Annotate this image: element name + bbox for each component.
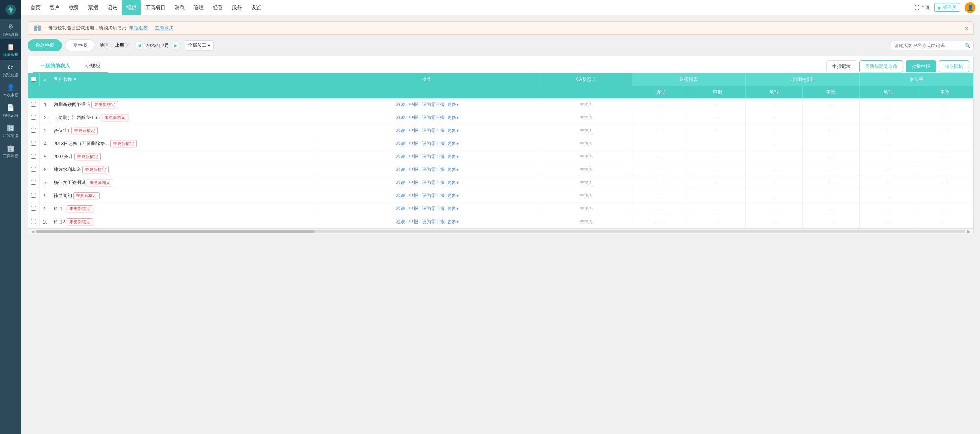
op-declare-7[interactable]: 申报 <box>408 193 419 199</box>
op-zero-9[interactable]: 设为零申报 <box>421 219 446 225</box>
op-declare-2[interactable]: 申报 <box>408 127 419 134</box>
op-taxform-0[interactable]: 税表 <box>395 101 407 108</box>
retrieve-btn[interactable]: 收取回执 <box>939 60 969 72</box>
banner-link-buy[interactable]: 立即购买 <box>155 25 173 31</box>
header-name[interactable]: 客户名称 ▼ <box>51 73 313 86</box>
row-check-8[interactable] <box>31 206 36 211</box>
op-taxform-1[interactable]: 税表 <box>395 114 407 121</box>
row-checkbox-6[interactable] <box>28 176 39 189</box>
row-checkbox-2[interactable] <box>28 124 39 137</box>
op-zero-5[interactable]: 设为零申报 <box>421 166 446 173</box>
op-taxform-7[interactable]: 税表 <box>395 193 407 199</box>
nav-tax[interactable]: 报税 <box>122 0 141 15</box>
user-avatar[interactable]: 👤 <box>965 2 975 13</box>
op-declare-4[interactable]: 申报 <box>408 153 419 160</box>
nav-invoice[interactable]: 票据 <box>83 0 103 15</box>
op-declare-1[interactable]: 申报 <box>408 114 419 121</box>
op-more-8[interactable]: 更多▾ <box>447 206 459 211</box>
select-all-checkbox[interactable] <box>31 77 36 82</box>
op-more-0[interactable]: 更多▾ <box>447 102 459 107</box>
record-btn[interactable]: 申报记录 <box>826 60 856 72</box>
scroll-right-arrow[interactable]: ▶ <box>967 229 970 234</box>
op-taxform-6[interactable]: 税表 <box>395 179 407 186</box>
scroll-thumb[interactable] <box>36 230 315 233</box>
upgrade-btn[interactable]: ▶ 畅会员 <box>934 3 960 12</box>
row-check-0[interactable] <box>31 102 36 107</box>
header-name-sort-icon[interactable]: ▼ <box>73 77 77 82</box>
op-taxform-4[interactable]: 税表 <box>395 153 407 160</box>
row-check-2[interactable] <box>31 128 36 133</box>
row-check-5[interactable] <box>31 167 36 172</box>
nav-services[interactable]: 服务 <box>227 0 247 15</box>
nav-messages[interactable]: 消息 <box>170 0 189 15</box>
op-more-4[interactable]: 更多▾ <box>447 154 459 159</box>
row-checkbox-8[interactable] <box>28 202 39 215</box>
op-zero-2[interactable]: 设为零申报 <box>421 127 446 134</box>
op-more-1[interactable]: 更多▾ <box>447 115 459 120</box>
op-more-6[interactable]: 更多▾ <box>447 180 459 185</box>
subtab-general[interactable]: 一般的纳税人 <box>33 59 78 73</box>
nav-management[interactable]: 管理 <box>189 0 208 15</box>
row-checkbox-3[interactable] <box>28 137 39 150</box>
row-checkbox-9[interactable] <box>28 215 39 228</box>
op-zero-4[interactable]: 设为零申报 <box>421 153 446 160</box>
nav-billing[interactable]: 收费 <box>64 0 83 15</box>
nav-business[interactable]: 工商项目 <box>141 0 170 15</box>
op-zero-6[interactable]: 设为零申报 <box>421 179 446 186</box>
sidebar-item-calc-clear[interactable]: 🔢 汇算清缴 <box>0 121 21 141</box>
row-check-4[interactable] <box>31 154 36 159</box>
nav-clients[interactable]: 客户 <box>45 0 64 15</box>
row-check-9[interactable] <box>31 219 36 224</box>
nav-home[interactable]: 首页 <box>26 0 45 15</box>
sidebar-item-tax-overview[interactable]: 🗂 报税总览 <box>0 60 21 80</box>
search-icon[interactable]: 🔍 <box>965 43 970 48</box>
batch-btn[interactable]: 批量申报 <box>906 60 936 72</box>
search-input[interactable] <box>894 43 963 48</box>
row-check-3[interactable] <box>31 141 36 146</box>
op-declare-8[interactable]: 申报 <box>408 206 419 212</box>
sidebar-item-tax-settings[interactable]: ⚙ 报税设置 <box>0 19 21 39</box>
op-more-7[interactable]: 更多▾ <box>447 193 459 198</box>
banner-link-declare[interactable]: 申报汇签 <box>129 25 148 31</box>
row-check-7[interactable] <box>31 193 36 198</box>
update-btn[interactable]: 更新税定及取数 <box>859 60 903 72</box>
op-more-2[interactable]: 更多▾ <box>447 128 459 133</box>
row-checkbox-1[interactable] <box>28 111 39 124</box>
op-declare-5[interactable]: 申报 <box>408 166 419 173</box>
dept-selector[interactable]: 全部员工 ▾ <box>185 40 214 51</box>
fullscreen-btn[interactable]: ⛶ 全屏 <box>915 4 930 11</box>
date-next-btn[interactable]: ▶ <box>172 41 180 50</box>
op-taxform-3[interactable]: 税表 <box>395 140 407 147</box>
ca-status-icon[interactable]: ⓘ <box>593 77 596 82</box>
op-more-5[interactable]: 更多▾ <box>447 167 459 172</box>
sidebar-item-business-report[interactable]: 🏢 工商年报 <box>0 141 21 161</box>
op-declare-0[interactable]: 申报 <box>408 101 419 108</box>
region-info-icon[interactable]: ⓘ <box>126 42 130 49</box>
sidebar-item-personal-tax[interactable]: 👤 个税申报 <box>0 80 21 100</box>
op-taxform-8[interactable]: 税表 <box>395 206 407 212</box>
banner-close-btn[interactable]: ✕ <box>964 24 969 32</box>
header-checkbox[interactable] <box>28 73 39 86</box>
op-taxform-5[interactable]: 税表 <box>395 166 407 173</box>
row-checkbox-7[interactable] <box>28 189 39 202</box>
op-zero-0[interactable]: 设为零申报 <box>421 101 446 108</box>
op-zero-1[interactable]: 设为零申报 <box>421 114 446 121</box>
tab-tax-declare[interactable]: 税款申报 <box>28 39 62 51</box>
nav-accounting[interactable]: 记账 <box>103 0 122 15</box>
row-checkbox-5[interactable] <box>28 163 39 176</box>
op-taxform-9[interactable]: 税表 <box>395 219 407 225</box>
nav-operations[interactable]: 经营 <box>208 0 227 15</box>
sidebar-item-batch-tax[interactable]: 📋 批量报税 <box>0 39 21 60</box>
op-more-9[interactable]: 更多▾ <box>447 219 459 224</box>
tab-zero-declare[interactable]: 零申报 <box>65 39 95 51</box>
op-zero-7[interactable]: 设为零申报 <box>421 193 446 199</box>
row-check-6[interactable] <box>31 180 36 185</box>
op-declare-9[interactable]: 申报 <box>408 219 419 225</box>
op-taxform-2[interactable]: 税表 <box>395 127 407 134</box>
scroll-left-arrow[interactable]: ◀ <box>31 229 34 234</box>
subtab-small[interactable]: 小规模 <box>78 59 108 73</box>
sidebar-item-tax-records[interactable]: 📄 报税记录 <box>0 100 21 121</box>
scroll-track[interactable] <box>36 230 965 233</box>
row-checkbox-4[interactable] <box>28 150 39 163</box>
op-declare-3[interactable]: 申报 <box>408 140 419 147</box>
